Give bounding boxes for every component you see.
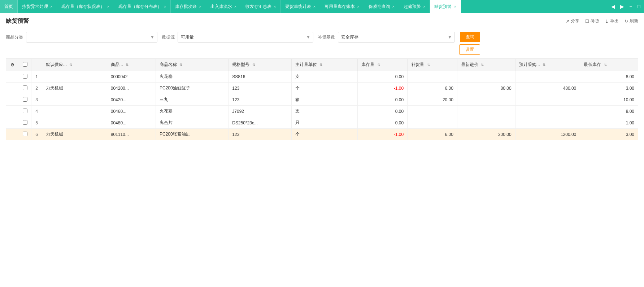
- close-tab-abnormal[interactable]: ×: [50, 4, 52, 9]
- replenish-filter: 补货基数 安全库存 ▼: [318, 32, 455, 43]
- tab-home[interactable]: 首页: [0, 0, 18, 13]
- row-checkbox-0[interactable]: [23, 74, 27, 79]
- tab-available-ledger[interactable]: 可用量库存账本 ×: [320, 0, 364, 13]
- tab-batch-account[interactable]: 库存批次账 ×: [171, 0, 206, 13]
- filter-section: 商品分类 ▼ 数据源 可用量 ▼ 补货基数 安全库存 ▼: [0, 28, 644, 58]
- row-checkbox-cell-5[interactable]: [19, 129, 31, 140]
- row-min-stock-2: 10.00: [580, 94, 638, 106]
- row-num-2: 3: [31, 94, 42, 106]
- row-checkbox-cell-3[interactable]: [19, 106, 31, 117]
- tab-expiry-query[interactable]: 保质期查询 ×: [364, 0, 399, 13]
- column-min-stock[interactable]: 最低库存 ⇅: [580, 59, 638, 71]
- row-name-2: 三九: [156, 94, 229, 106]
- column-est-purchase[interactable]: 预计采购... ⇅: [515, 59, 580, 71]
- row-unit-5: 个: [291, 129, 357, 140]
- close-tab-available-ledger[interactable]: ×: [357, 4, 359, 9]
- datasource-select[interactable]: 可用量: [178, 32, 313, 43]
- tab-inout-flow[interactable]: 出入库流水 ×: [206, 0, 241, 13]
- row-checkbox-cell-2[interactable]: [19, 94, 31, 106]
- row-unit-0: 支: [291, 71, 357, 83]
- close-tab-collect-summary[interactable]: ×: [274, 4, 276, 9]
- row-min-stock-4: 1.00: [580, 117, 638, 129]
- refresh-action[interactable]: ↻ 刷新: [625, 18, 638, 24]
- query-button[interactable]: 查询: [460, 32, 480, 42]
- replenish-action[interactable]: ☐ 补货: [585, 18, 599, 24]
- row-supplier-5: 力天机械: [42, 129, 107, 140]
- row-code-3: 00460...: [107, 106, 156, 117]
- replenish-icon: ☐: [585, 19, 589, 24]
- row-name-3: 火花塞: [156, 106, 229, 117]
- tab-scroll-right[interactable]: ▶: [618, 3, 626, 10]
- row-stock-3: 0.00: [358, 106, 408, 117]
- row-spec-0: SS816: [229, 71, 292, 83]
- column-spec[interactable]: 规格型号 ⇅: [229, 59, 292, 71]
- row-stock-4: 0.00: [358, 117, 408, 129]
- column-product-name[interactable]: 商品名称 ⇅: [156, 59, 229, 71]
- row-name-1: PC200油缸缸子: [156, 83, 229, 94]
- row-est-purchase-1: 480.00: [515, 83, 580, 94]
- row-checkbox-2[interactable]: [23, 97, 27, 102]
- close-tab-inout-flow[interactable]: ×: [234, 4, 236, 9]
- setting-button[interactable]: 设置: [459, 44, 480, 55]
- table-row: 1 0000042 火花塞 SS816 支 0.00 8.00: [6, 71, 638, 83]
- row-checkbox-3[interactable]: [23, 109, 27, 113]
- row-settings-2: [6, 94, 19, 106]
- column-product-code[interactable]: 商品... ⇅: [107, 59, 156, 71]
- row-checkbox-cell-0[interactable]: [19, 71, 31, 83]
- tab-order-stat[interactable]: 要货单统计表 ×: [281, 0, 320, 13]
- column-unit[interactable]: 主计量单位 ⇅: [291, 59, 357, 71]
- sort-icon-spec: ⇅: [252, 63, 255, 67]
- row-settings-1: [6, 83, 19, 94]
- tab-shortage[interactable]: 缺货预警 ×: [430, 0, 461, 13]
- tab-overstock[interactable]: 超储预警 ×: [399, 0, 430, 13]
- row-replenish-qty-0: [408, 71, 457, 83]
- row-replenish-qty-5: 6.00: [408, 129, 457, 140]
- row-checkbox-cell-1[interactable]: [19, 83, 31, 94]
- close-tab-overstock[interactable]: ×: [423, 4, 425, 9]
- row-num-5: 6: [31, 129, 42, 140]
- close-tab-expiry-query[interactable]: ×: [392, 4, 395, 9]
- tab-nav-buttons: ◀ ▶ − □: [608, 3, 644, 10]
- tab-bar: 首页 拣货异常处理 × 现存量（库存状况表） × 现存量（库存分布表） × 库存…: [0, 0, 644, 13]
- column-checkbox[interactable]: [19, 59, 31, 71]
- share-action[interactable]: ↗ 分享: [566, 18, 579, 24]
- tab-maximize[interactable]: □: [635, 3, 643, 10]
- close-tab-inventory-dist[interactable]: ×: [164, 4, 166, 9]
- row-num-3: 4: [31, 106, 42, 117]
- export-action[interactable]: ⤓ 导出: [605, 18, 619, 24]
- row-checkbox-cell-4[interactable]: [19, 117, 31, 129]
- replenish-select[interactable]: 安全库存: [338, 32, 455, 43]
- column-settings[interactable]: ⚙: [6, 59, 19, 71]
- category-select[interactable]: [26, 32, 157, 43]
- replenish-label: 补货基数: [318, 34, 335, 40]
- close-tab-order-stat[interactable]: ×: [313, 4, 316, 9]
- sort-icon-replenish-qty: ⇅: [427, 63, 430, 67]
- sort-icon-code: ⇅: [126, 63, 129, 67]
- table-body: 1 0000042 火花塞 SS816 支 0.00 8.00 2 力天机械 0…: [6, 71, 638, 140]
- column-default-supplier[interactable]: 默认供应... ⇅: [42, 59, 107, 71]
- tab-scroll-left[interactable]: ◀: [609, 3, 617, 10]
- column-replenish-qty[interactable]: 补货量 ⇅: [408, 59, 457, 71]
- row-spec-2: 123: [229, 94, 292, 106]
- row-checkbox-4[interactable]: [23, 120, 27, 125]
- row-replenish-qty-4: [408, 117, 457, 129]
- tab-inventory-dist[interactable]: 现存量（库存分布表） ×: [114, 0, 171, 13]
- table-container: ⚙ 默认供应... ⇅ 商品... ⇅ 商品名称: [0, 58, 644, 140]
- sort-icon-min-stock: ⇅: [604, 63, 607, 67]
- tab-inventory-status[interactable]: 现存量（库存状况表） ×: [57, 0, 114, 13]
- select-all-checkbox[interactable]: [23, 62, 27, 67]
- category-select-wrapper: ▼: [26, 32, 157, 43]
- close-tab-inventory-status[interactable]: ×: [107, 4, 109, 9]
- column-stock[interactable]: 库存量 ⇅: [358, 59, 408, 71]
- row-replenish-qty-2: 20.00: [408, 94, 457, 106]
- table-row: 4 00460... 火花塞 J7092 支 0.00 8.00: [6, 106, 638, 117]
- column-latest-price[interactable]: 最新进价 ⇅: [457, 59, 515, 71]
- close-tab-shortage[interactable]: ×: [454, 4, 456, 9]
- tab-minimize[interactable]: −: [627, 3, 634, 10]
- tab-abnormal[interactable]: 拣货异常处理 ×: [18, 0, 57, 13]
- row-checkbox-5[interactable]: [23, 132, 27, 136]
- row-name-5: PC200张紧油缸: [156, 129, 229, 140]
- tab-collect-summary[interactable]: 收发存汇总表 ×: [241, 0, 280, 13]
- close-tab-batch-account[interactable]: ×: [199, 4, 201, 9]
- row-checkbox-1[interactable]: [23, 85, 27, 90]
